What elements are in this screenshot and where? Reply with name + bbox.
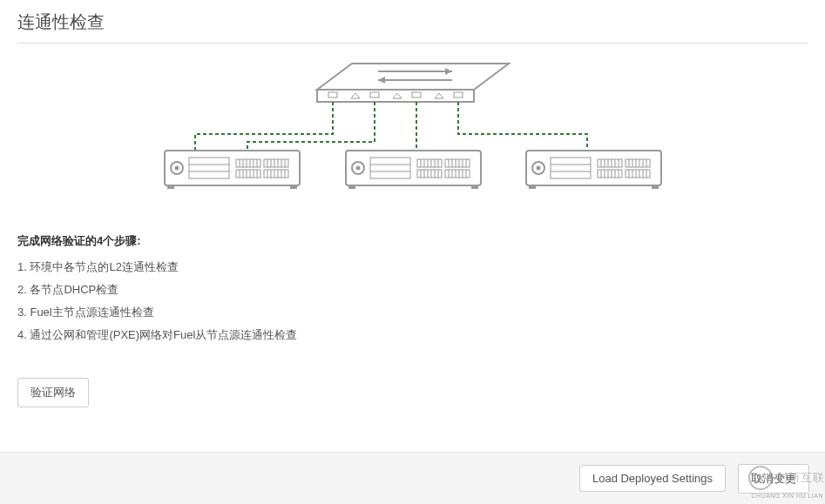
svg-point-49 [355, 166, 360, 171]
cables [195, 102, 587, 151]
svg-point-13 [174, 166, 179, 171]
verify-network-button[interactable]: 验证网络 [17, 378, 89, 407]
svg-rect-6 [370, 92, 379, 97]
svg-rect-117 [529, 185, 536, 189]
footer-bar: Load Deployed Settings 取消变更 X 创新互联 CHUAN… [0, 452, 825, 504]
page-title: 连通性检查 [17, 10, 808, 44]
svg-rect-46 [290, 185, 297, 189]
svg-rect-47 [346, 151, 481, 185]
svg-marker-0 [317, 64, 509, 90]
list-item: 3. Fuel主节点源连通性检查 [17, 301, 808, 324]
watermark-logo-icon: X [748, 466, 773, 490]
server-right-icon [526, 151, 661, 189]
server-middle-icon [346, 151, 481, 189]
server-left-icon [165, 151, 300, 189]
steps-heading: 完成网络验证的4个步骤: [17, 233, 808, 249]
svg-rect-45 [167, 185, 174, 189]
list-item: 2. 各节点DHCP检查 [17, 279, 808, 301]
topology-svg [156, 59, 670, 198]
list-item: 1. 环境中各节点的L2连通性检查 [17, 256, 808, 279]
svg-point-85 [536, 166, 540, 171]
watermark-subtext: CHUANG XIN HU LIAN [751, 493, 823, 499]
list-item: 4. 通过公网和管理(PXE)网络对Fuel从节点源连通性检查 [17, 324, 808, 346]
svg-rect-118 [652, 185, 659, 189]
load-deployed-settings-button[interactable]: Load Deployed Settings [579, 465, 726, 492]
switch-icon [317, 64, 509, 102]
svg-rect-81 [348, 185, 355, 189]
svg-rect-4 [328, 92, 337, 97]
watermark: X 创新互联 [748, 466, 825, 490]
svg-rect-10 [454, 92, 463, 97]
network-diagram [17, 59, 808, 198]
watermark-text: 创新互联 [776, 470, 825, 486]
svg-rect-8 [412, 92, 421, 97]
svg-rect-11 [165, 151, 300, 185]
svg-rect-83 [526, 151, 661, 185]
steps-list: 1. 环境中各节点的L2连通性检查 2. 各节点DHCP检查 3. Fuel主节… [17, 256, 808, 346]
svg-rect-82 [471, 185, 478, 189]
